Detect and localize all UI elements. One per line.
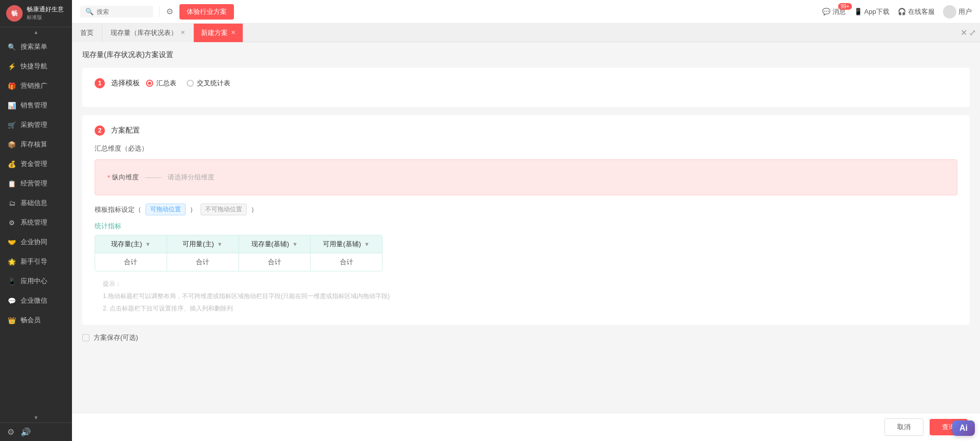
sidebar-item-basic-info[interactable]: 🗂 基础信息 [0,193,72,213]
step2-badge: 2 [95,125,105,136]
tip-2: 2. 点击标题栏下拉可设置排序、插入列和删除列 [103,302,957,315]
sidebar-item-label: 搜索菜单 [21,42,47,51]
sidebar-item-finance[interactable]: 💰 资金管理 [0,154,72,174]
radio-cross-label: 交叉统计表 [197,79,230,88]
sidebar-scroll-down[interactable]: ▼ [0,413,72,422]
sidebar-item-search[interactable]: 🔍 搜索菜单 [0,37,72,57]
divider [159,7,160,17]
tab-home[interactable]: 首页 [72,24,102,42]
sidebar-item-management[interactable]: 📋 经营管理 [0,174,72,193]
sidebar-item-label: 经营管理 [21,179,47,188]
marketing-icon: 🎁 [7,81,16,90]
sidebar-item-label: 基础信息 [21,198,47,208]
bottom-bar: 取消 查询 [72,413,980,441]
stats-col-2[interactable]: 现存量(基辅) ▼ [239,235,311,253]
drag-badge: 可拖动位置 [146,204,186,215]
app-center-icon: 📱 [7,277,16,286]
tab-inventory[interactable]: 现存量（库存状况表） ✕ [102,24,194,42]
chevron-down-icon: ▼ [292,241,298,247]
section-choose-template: 1 选择模板 汇总表 交叉统计表 [82,68,970,107]
step1-title: 选择模板 [111,79,140,88]
expand-icon[interactable]: ⤢ [969,28,976,38]
stats-table-header: 现存量(主) ▼ 可用量(主) ▼ 现存量(基辅) ▼ 可用量(基辅) [95,235,382,253]
stats-cell-2: 合计 [239,253,311,271]
stats-col-0[interactable]: 现存量(主) ▼ [95,235,167,253]
stats-cell-1: 合计 [167,253,239,271]
sidebar-item-label: 系统管理 [21,218,47,227]
sales-icon: 📊 [7,101,16,110]
tip-1: 1.拖动标题栏可以调整布局，不可跨维度或指标区域拖动栏目字段(只能在同一维度或指… [103,290,957,302]
service-button[interactable]: 🎧 在线客服 [898,7,935,16]
sidebar: 畅 畅康通好生意 标准版 ▲ 🔍 搜索菜单 ⚡ 快捷导航 🎁 营销推广 📊 销售… [0,0,72,441]
stats-col-3[interactable]: 可用量(基辅) ▼ [311,235,382,253]
sidebar-item-cooperation[interactable]: 🤝 企业协同 [0,232,72,252]
required-mark: * [107,174,110,181]
tab-inventory-close-icon[interactable]: ✕ [180,29,185,36]
step1-badge: 1 [95,78,105,88]
app-label: App下载 [864,7,890,16]
sidebar-item-app-center[interactable]: 📱 应用中心 [0,271,72,291]
stats-title: 统计指标 [95,222,957,231]
search-box[interactable]: 🔍 [80,6,153,17]
ai-badge[interactable]: Ai [952,420,975,436]
message-button[interactable]: 💬 消息 99+ [822,7,846,16]
topbar-right: 💬 消息 99+ 📱 App下载 🎧 在线客服 用户 [822,5,972,19]
service-icon: 🎧 [898,8,906,15]
stats-cell-0: 合计 [95,253,167,271]
guide-icon: 🌟 [7,257,16,266]
radio-summary-table[interactable]: 汇总表 [146,79,176,88]
dimension-area[interactable]: * 纵向维度 —— 请选择分组维度 [95,159,957,195]
chevron-down-icon: ▼ [364,241,370,247]
sidebar-item-guide[interactable]: 🌟 新手引导 [0,252,72,271]
tab-new-plan[interactable]: 新建方案 ✕ [194,24,243,42]
indicators-label-end: ） [190,205,196,214]
settings-icon[interactable]: ⚙ [7,427,14,437]
sidebar-item-system[interactable]: ⚙ 系统管理 [0,213,72,232]
tab-new-close-icon[interactable]: ✕ [231,29,235,36]
indicators-label: 模板指标设定（ 可拖动位置 ） 不可拖动位置 ） [95,204,957,215]
section-plan-config: 2 方案配置 汇总维度（必选） * 纵向维度 —— 请选择分组维度 模板指标设定… [82,115,970,325]
close-all-icon[interactable]: ✕ [960,28,967,38]
sidebar-item-member[interactable]: 👑 畅会员 [0,310,72,330]
stats-col-2-label: 现存量(基辅) [251,240,289,249]
trial-button[interactable]: 体验行业方案 [179,4,234,20]
sidebar-item-marketing[interactable]: 🎁 营销推广 [0,76,72,96]
sidebar-item-purchase[interactable]: 🛒 采购管理 [0,115,72,135]
stats-col-1[interactable]: 可用量(主) ▼ [167,235,239,253]
search-input[interactable] [97,8,148,15]
step1-header: 1 选择模板 汇总表 交叉统计表 [95,78,957,88]
sidebar-item-wechat[interactable]: 💬 企业微信 [0,291,72,310]
radio-summary-label: 汇总表 [156,79,176,88]
tabbar-controls: ✕ ⤢ [956,28,980,38]
sidebar-bottom: ⚙ 🔊 [0,422,72,441]
search-icon: 🔍 [85,8,94,15]
dimension-separator: —— [145,173,161,182]
summary-dim-label: 汇总维度（必选） [95,144,957,153]
stats-table-row: 合计 合计 合计 合计 [95,253,382,271]
sidebar-item-label: 应用中心 [21,277,47,286]
radio-cross-table[interactable]: 交叉统计表 [187,79,230,88]
sidebar-scroll-up[interactable]: ▲ [0,27,72,37]
step2-title: 方案配置 [111,126,140,135]
user-menu[interactable]: 用户 [943,5,972,19]
sidebar-item-label: 新手引导 [21,257,47,266]
gear-icon[interactable]: ⚙ [166,7,173,16]
app-download-button[interactable]: 📱 App下载 [854,7,890,16]
sidebar-item-inventory[interactable]: 📦 库存核算 [0,135,72,154]
sidebar-item-quick-nav[interactable]: ⚡ 快捷导航 [0,57,72,76]
app-edition: 标准版 [27,14,64,21]
app-name: 畅康通好生意 [27,6,64,14]
save-checkbox[interactable] [82,334,89,341]
indicators-close-paren: ） [251,205,258,214]
stats-table: 现存量(主) ▼ 可用量(主) ▼ 现存量(基辅) ▼ 可用量(基辅) [95,235,383,271]
sidebar-logo: 畅 畅康通好生意 标准版 [0,0,72,27]
stats-cell-3: 合计 [311,253,382,271]
sidebar-item-label: 销售管理 [21,101,47,110]
tips-area: 提示： 1.拖动标题栏可以调整布局，不可跨维度或指标区域拖动栏目字段(只能在同一… [95,278,957,315]
sidebar-item-label: 快捷导航 [21,62,47,71]
stats-col-3-label: 可用量(基辅) [323,240,361,249]
speaker-icon[interactable]: 🔊 [21,427,31,437]
system-icon: ⚙ [7,218,16,227]
sidebar-item-sales[interactable]: 📊 销售管理 [0,96,72,115]
cancel-button[interactable]: 取消 [884,418,923,436]
